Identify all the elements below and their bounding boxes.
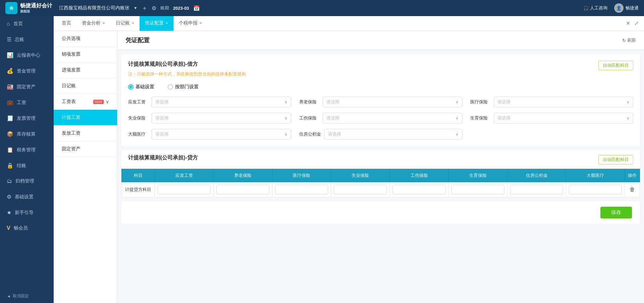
workinjury-select[interactable]: 请选择 ∨ xyxy=(323,113,462,123)
user-name: 畅捷通 xyxy=(626,5,639,11)
sidebar-label-invoice: 发票管理 xyxy=(17,115,36,121)
avatar-icon: 👤 xyxy=(616,6,622,11)
company-dropdown-icon[interactable]: ▼ xyxy=(133,6,138,10)
nav-pay-payroll[interactable]: 发放工资 xyxy=(54,125,117,141)
td-large-medical xyxy=(566,182,625,197)
nav-journal[interactable]: 日记账 xyxy=(54,78,117,94)
salary-arrow-icon: ∨ xyxy=(284,100,287,104)
input-maternity[interactable] xyxy=(451,185,504,194)
home-icon: ⌂ xyxy=(7,21,10,27)
tab-home[interactable]: 首页 xyxy=(56,16,76,31)
user-info[interactable]: 👤 畅捷通 xyxy=(614,3,639,13)
th-unemployment: 失业保险 xyxy=(331,169,390,182)
medical-select[interactable]: 请选择 ∨ xyxy=(494,97,633,107)
add-account-button[interactable]: ＋ xyxy=(142,4,148,12)
tab-funds[interactable]: 资金分析 × xyxy=(76,16,110,31)
tab-voucher[interactable]: 凭证配置 × xyxy=(140,16,173,31)
sidebar-item-ledger[interactable]: ☰ 总账 xyxy=(0,32,54,47)
unemployment-label: 失业保险 xyxy=(128,115,148,121)
sidebar-item-funds[interactable]: 💰 资金管理 xyxy=(0,63,54,79)
input-medical[interactable] xyxy=(275,185,328,194)
sidebar-item-payroll[interactable]: 💼 工资 xyxy=(0,95,54,110)
sidebar-item-reports[interactable]: 📊 云报表中心 xyxy=(0,47,54,63)
input-salary[interactable] xyxy=(158,185,211,194)
nav-purchase-label: 进项发票 xyxy=(62,67,80,72)
pension-label: 养老保险 xyxy=(299,99,319,105)
nav-calc-payroll[interactable]: 计提工资 xyxy=(54,110,117,125)
close-tab-button[interactable]: ✕ xyxy=(626,20,630,27)
app-logo: 会 畅捷通好会计 旗舰版 xyxy=(5,2,59,14)
maternity-label: 生育保险 xyxy=(470,115,490,121)
input-housing[interactable] xyxy=(510,185,563,194)
cancel-pin-button[interactable]: ◄ 取消固定 xyxy=(0,289,54,303)
radio-dept[interactable]: 按部门设置 xyxy=(168,84,199,90)
sidebar-item-vip[interactable]: V 畅会员 xyxy=(0,220,54,236)
sidebar-item-fixed[interactable]: 🏭 固定资产 xyxy=(0,79,54,95)
sidebar-item-home[interactable]: ⌂ 首页 xyxy=(0,16,54,32)
nav-public[interactable]: 公共选项 xyxy=(54,31,117,47)
tab-tax[interactable]: 个税申报 × xyxy=(173,16,207,31)
credit-section-title: 计提核算规则(公司承担)-贷方 xyxy=(128,154,198,161)
input-workinjury[interactable] xyxy=(392,185,445,194)
large-medical-select[interactable]: 请选择 ∨ xyxy=(152,129,291,140)
unemployment-select[interactable]: 请选择 ∨ xyxy=(152,113,291,123)
nav-payroll-table[interactable]: 工资表 NEW ∨ xyxy=(54,94,117,110)
sidebar-item-archive[interactable]: 🗂 归档管理 xyxy=(0,173,54,189)
invoice-icon: 🧾 xyxy=(7,115,13,121)
app-edition: 旗舰版 xyxy=(20,9,52,14)
expand-tab-button[interactable]: ⤢ xyxy=(634,20,639,27)
th-action: 操作 xyxy=(625,169,640,182)
sidebar-label-funds: 资金管理 xyxy=(17,68,36,74)
refresh-button[interactable]: ↻ 刷新 xyxy=(622,37,636,43)
sidebar-label-vip: 畅会员 xyxy=(14,225,28,231)
sidebar-item-close[interactable]: 🔒 结账 xyxy=(0,158,54,173)
consult-button[interactable]: 🎧 人工咨询 xyxy=(583,5,607,11)
credit-auto-match-button[interactable]: 自动匹配科目 xyxy=(598,155,633,164)
workinjury-placeholder: 请选择 xyxy=(326,115,339,121)
settings-icon[interactable]: ⚙ xyxy=(152,5,156,11)
company-name: 江西服宝精品有限责任公司内账张 xyxy=(59,5,129,11)
input-large-medical[interactable] xyxy=(569,185,622,194)
pension-placeholder: 请选择 xyxy=(326,99,339,105)
left-nav: 公共选项 销项发票 进项发票 日记账 工资表 NEW ∨ xyxy=(54,31,117,303)
maternity-select[interactable]: 请选择 ∨ xyxy=(494,113,633,123)
funds-icon: 💰 xyxy=(7,68,13,74)
sidebar-item-tax[interactable]: 📋 税务管理 xyxy=(0,142,54,158)
td-unemployment xyxy=(331,182,390,197)
sidebar-label-close: 结账 xyxy=(17,163,26,169)
sidebar-item-guide[interactable]: ★ 新手引导 xyxy=(0,205,54,220)
credit-section: 计提核算规则(公司承担)-贷方 自动匹配科目 科目 应发工资 养老保险 医疗保险… xyxy=(121,150,640,197)
save-button[interactable]: 保存 xyxy=(600,207,632,218)
salary-label: 应发工资 xyxy=(128,99,148,105)
delete-row-button[interactable]: 🗑 xyxy=(630,187,635,192)
td-delete: 🗑 xyxy=(625,182,640,197)
payroll-icon: 💼 xyxy=(7,99,13,106)
debit-section-title: 计提核算规则(公司承担)-借方 xyxy=(128,61,246,68)
tab-voucher-close[interactable]: × xyxy=(166,21,168,26)
th-workinjury: 工伤保险 xyxy=(390,169,448,182)
nav-sales[interactable]: 销项发票 xyxy=(54,47,117,62)
sidebar-item-inventory[interactable]: 📦 库存核算 xyxy=(0,126,54,142)
sidebar-item-invoice[interactable]: 🧾 发票管理 xyxy=(0,110,54,126)
pension-select[interactable]: 请选择 ∨ xyxy=(323,97,462,107)
tab-journal[interactable]: 日记账 × xyxy=(110,16,140,31)
input-pension[interactable] xyxy=(216,185,269,194)
input-unemployment[interactable] xyxy=(334,185,387,194)
top-bar: 会 畅捷通好会计 旗舰版 江西服宝精品有限责任公司内账张 ▼ ＋ ⚙ 账期 20… xyxy=(0,0,644,16)
nav-pay-payroll-label: 发放工资 xyxy=(62,130,80,136)
th-maternity: 生育保险 xyxy=(448,169,507,182)
tab-journal-close[interactable]: × xyxy=(132,21,134,26)
radio-basic[interactable]: 基础设置 xyxy=(128,84,154,90)
sidebar-item-basic[interactable]: ⚙ 基础设置 xyxy=(0,189,54,205)
nav-purchase[interactable]: 进项发票 xyxy=(54,62,117,78)
nav-fixed-assets[interactable]: 固定资产 xyxy=(54,141,117,157)
page-title: 凭证配置 xyxy=(125,36,150,44)
radio-basic-label: 基础设置 xyxy=(136,84,154,90)
debit-auto-match-button[interactable]: 自动匹配科目 xyxy=(598,61,633,70)
calendar-icon[interactable]: 📅 xyxy=(193,5,200,11)
tab-funds-close[interactable]: × xyxy=(103,21,105,26)
housing-fund-select[interactable]: 请选择 ∨ xyxy=(324,129,462,140)
basic-icon: ⚙ xyxy=(7,194,11,200)
salary-select[interactable]: 请选择 ∨ xyxy=(152,97,291,107)
tab-tax-close[interactable]: × xyxy=(200,21,202,26)
